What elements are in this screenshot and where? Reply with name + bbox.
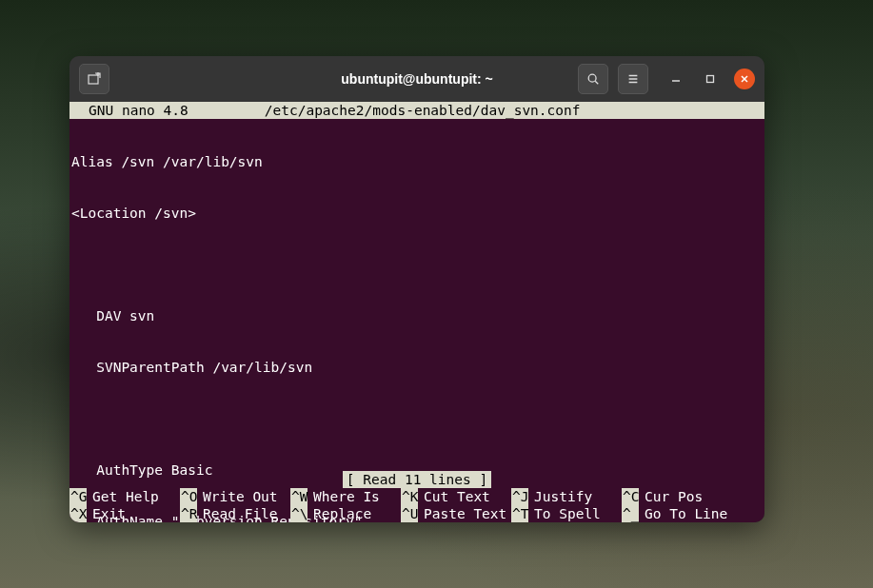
search-icon: [586, 72, 600, 86]
shortcut-writeout: ^O Write Out: [180, 488, 290, 505]
shortcut-label: Justify: [528, 488, 592, 505]
editor-line: <Location /svn>: [71, 205, 763, 222]
maximize-icon: [705, 74, 715, 84]
shortcut-label: Read File: [197, 505, 278, 522]
editor-line: [71, 256, 763, 273]
shortcut-key: ^_: [622, 505, 639, 522]
maximize-button[interactable]: [700, 69, 721, 89]
nano-header-bar: GNU nano 4.8 /etc/apache2/mods-enabled/d…: [69, 102, 764, 119]
shortcut-help: ^G Get Help: [69, 488, 180, 505]
shortcut-key: ^R: [180, 505, 197, 522]
editor-line: Alias /svn /var/lib/svn: [71, 153, 763, 170]
shortcut-label: Paste Text: [418, 505, 506, 522]
nano-app-name: GNU nano 4.8: [89, 102, 188, 119]
nano-editor-area[interactable]: Alias /svn /var/lib/svn <Location /svn> …: [69, 119, 764, 522]
hamburger-menu-button[interactable]: [618, 64, 648, 94]
shortcut-label: Go To Line: [639, 505, 727, 522]
close-button[interactable]: [734, 69, 755, 89]
shortcut-label: To Spell: [528, 505, 601, 522]
minimize-button[interactable]: [665, 69, 686, 89]
shortcut-key: ^K: [401, 488, 418, 505]
shortcut-key: ^G: [69, 488, 87, 505]
editor-line: [71, 410, 763, 427]
shortcut-curpos: ^C Cur Pos: [622, 488, 732, 505]
window-titlebar[interactable]: ubuntupit@ubuntupit: ~: [69, 56, 764, 102]
new-tab-icon: [87, 71, 102, 87]
search-button[interactable]: [578, 64, 608, 94]
editor-line: SVNParentPath /var/lib/svn: [71, 359, 763, 376]
shortcut-row: ^G Get Help ^O Write Out ^W Where Is ^K …: [69, 488, 764, 505]
svg-rect-7: [707, 76, 714, 83]
editor-line: DAV svn: [71, 307, 763, 324]
shortcut-exit: ^X Exit: [69, 505, 180, 522]
shortcut-readfile: ^R Read File: [180, 505, 290, 522]
shortcut-justify: ^J Justify: [511, 488, 622, 505]
shortcut-label: Cur Pos: [639, 488, 703, 505]
shortcut-key: ^C: [622, 488, 639, 505]
shortcut-key: ^W: [290, 488, 308, 505]
svg-point-1: [588, 74, 596, 82]
new-tab-button[interactable]: [79, 64, 109, 94]
shortcut-label: Write Out: [197, 488, 278, 505]
shortcut-tospell: ^T To Spell: [511, 505, 622, 522]
window-title: ubuntupit@ubuntupit: ~: [341, 71, 492, 87]
shortcut-key: ^J: [511, 488, 528, 505]
shortcut-label: Cut Text: [418, 488, 490, 505]
shortcut-row: ^X Exit ^R Read File ^\ Replace ^U Paste…: [69, 505, 764, 522]
nano-shortcuts: ^G Get Help ^O Write Out ^W Where Is ^K …: [69, 488, 764, 522]
shortcut-gotoline: ^_ Go To Line: [622, 505, 732, 522]
svg-line-2: [595, 81, 598, 84]
minimize-icon: [671, 74, 681, 84]
terminal-window: ubuntupit@ubuntupit: ~: [69, 56, 764, 522]
shortcut-pastetext: ^U Paste Text: [401, 505, 511, 522]
shortcut-label: Where Is: [308, 488, 380, 505]
shortcut-label: Get Help: [87, 488, 159, 505]
hamburger-icon: [626, 72, 640, 86]
shortcut-key: ^U: [401, 505, 418, 522]
shortcut-label: Exit: [87, 505, 126, 522]
shortcut-key: ^X: [69, 505, 87, 522]
shortcut-replace: ^\ Replace: [290, 505, 401, 522]
nano-status-text: [ Read 11 lines ]: [343, 471, 491, 488]
svg-rect-0: [89, 75, 98, 84]
terminal-body[interactable]: GNU nano 4.8 /etc/apache2/mods-enabled/d…: [69, 102, 764, 522]
nano-filename: /etc/apache2/mods-enabled/dav_svn.conf: [265, 102, 581, 119]
shortcut-label: Replace: [308, 505, 371, 522]
close-icon: [740, 74, 749, 84]
shortcut-key: ^\: [290, 505, 308, 522]
nano-status-line: [ Read 11 lines ]: [69, 471, 764, 488]
shortcut-key: ^T: [511, 505, 528, 522]
shortcut-key: ^O: [180, 488, 197, 505]
shortcut-cuttext: ^K Cut Text: [401, 488, 511, 505]
shortcut-whereis: ^W Where Is: [290, 488, 401, 505]
